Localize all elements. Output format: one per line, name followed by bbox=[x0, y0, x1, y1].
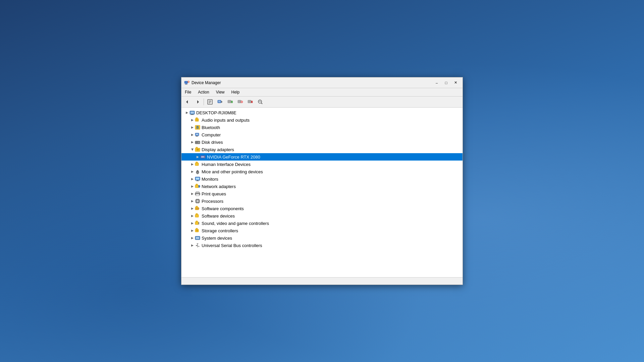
svg-rect-42 bbox=[196, 134, 198, 135]
tree-item-processors[interactable]: Processors bbox=[181, 197, 463, 205]
tree-item-network[interactable]: Network adapters bbox=[181, 183, 463, 190]
tree-item-print[interactable]: Print queues bbox=[181, 190, 463, 197]
print-icon bbox=[195, 191, 200, 196]
svg-rect-1 bbox=[185, 83, 187, 84]
tree-item-software-dev[interactable]: Software devices bbox=[181, 212, 463, 220]
statusbar bbox=[181, 277, 463, 285]
svg-marker-106 bbox=[191, 230, 194, 232]
svg-text:✓: ✓ bbox=[231, 101, 233, 103]
computer-icon-small bbox=[195, 132, 200, 137]
tree-item-usb[interactable]: Universal Serial Bus controllers bbox=[181, 242, 463, 249]
tree-item-sound[interactable]: Sound, video and game controllers bbox=[181, 220, 463, 227]
svg-marker-37 bbox=[191, 126, 194, 129]
maximize-button[interactable]: □ bbox=[442, 79, 450, 86]
software-comp-toggle[interactable] bbox=[190, 206, 195, 211]
menu-file[interactable]: File bbox=[181, 89, 195, 96]
svg-rect-100 bbox=[195, 215, 199, 217]
tree-item-monitors[interactable]: Monitors bbox=[181, 175, 463, 183]
menu-view[interactable]: View bbox=[213, 89, 228, 96]
storage-toggle[interactable] bbox=[190, 228, 195, 233]
display-toggle[interactable] bbox=[190, 147, 195, 152]
svg-rect-75 bbox=[199, 185, 200, 187]
svg-rect-15 bbox=[218, 102, 220, 103]
tree-item-gpu[interactable]: NVIDIA GeForce RTX 2080 bbox=[181, 153, 463, 161]
window-icon bbox=[184, 80, 190, 85]
print-label: Print queues bbox=[202, 191, 226, 196]
display-icon bbox=[195, 147, 200, 152]
disable-button[interactable] bbox=[235, 98, 245, 106]
title-bar: Device Manager – □ ✕ bbox=[181, 77, 463, 88]
usb-toggle[interactable] bbox=[190, 243, 195, 248]
svg-marker-80 bbox=[191, 200, 194, 202]
computer-toggle[interactable] bbox=[190, 132, 195, 137]
tree-item-disk[interactable]: Disk drives bbox=[181, 138, 463, 146]
sound-icon bbox=[195, 221, 200, 226]
tree-item-storage[interactable]: Storage controllers bbox=[181, 227, 463, 234]
gpu-toggle[interactable] bbox=[195, 154, 200, 160]
svg-rect-79 bbox=[196, 194, 199, 196]
tree-item-system[interactable]: System devices bbox=[181, 234, 463, 242]
disk-toggle[interactable] bbox=[190, 139, 195, 145]
svg-marker-40 bbox=[191, 134, 194, 136]
gpu-icon bbox=[200, 154, 206, 160]
mice-label: Mice and other pointing devices bbox=[202, 169, 263, 174]
tree-item-bluetooth[interactable]: B Bluetooth bbox=[181, 124, 463, 131]
device-manager-window: Device Manager – □ ✕ File Action View He… bbox=[181, 77, 463, 285]
svg-rect-69 bbox=[196, 178, 199, 180]
scan-button[interactable] bbox=[256, 98, 265, 106]
minimize-button[interactable]: – bbox=[432, 79, 441, 86]
svg-marker-113 bbox=[191, 244, 194, 247]
svg-rect-48 bbox=[196, 142, 198, 142]
processor-icon bbox=[195, 198, 200, 204]
software-dev-toggle[interactable] bbox=[190, 213, 195, 219]
back-button[interactable] bbox=[183, 98, 192, 106]
software-comp-label: Software components bbox=[202, 206, 244, 211]
svg-marker-50 bbox=[191, 148, 194, 151]
network-toggle[interactable] bbox=[190, 184, 195, 189]
system-icon bbox=[195, 235, 200, 241]
sound-label: Sound, video and game controllers bbox=[202, 221, 269, 226]
menu-action[interactable]: Action bbox=[195, 89, 212, 96]
hid-toggle[interactable] bbox=[190, 162, 195, 167]
tree-item-audio[interactable]: Audio inputs and outputs bbox=[181, 116, 463, 124]
svg-marker-76 bbox=[191, 193, 194, 195]
usb-icon bbox=[195, 243, 200, 248]
root-toggle[interactable] bbox=[184, 110, 190, 115]
system-toggle[interactable] bbox=[190, 235, 195, 241]
update-driver-button[interactable] bbox=[215, 98, 225, 106]
svg-marker-99 bbox=[191, 215, 194, 217]
mice-toggle[interactable] bbox=[190, 169, 195, 174]
software-dev-label: Software devices bbox=[202, 214, 235, 219]
tree-root[interactable]: DESKTOP-RJI0M8E bbox=[181, 109, 463, 116]
hid-label: Human Interface Devices bbox=[202, 162, 251, 167]
enable-button[interactable]: ✓ bbox=[225, 98, 235, 106]
title-bar-controls: – □ ✕ bbox=[432, 79, 460, 86]
bluetooth-toggle[interactable] bbox=[190, 125, 195, 130]
tree-item-display[interactable]: Display adapters bbox=[181, 146, 463, 153]
tree-item-mice[interactable]: Mice and other pointing devices bbox=[181, 168, 463, 175]
audio-toggle[interactable] bbox=[190, 117, 195, 123]
storage-icon bbox=[195, 228, 200, 233]
tree-item-computer[interactable]: Computer bbox=[181, 131, 463, 138]
forward-button[interactable] bbox=[193, 98, 202, 106]
svg-rect-71 bbox=[196, 181, 199, 181]
monitors-toggle[interactable] bbox=[190, 176, 195, 182]
bluetooth-icon: B bbox=[195, 125, 200, 130]
svg-rect-36 bbox=[197, 119, 198, 121]
svg-marker-110 bbox=[191, 237, 194, 239]
svg-rect-2 bbox=[185, 84, 187, 85]
svg-marker-63 bbox=[191, 171, 194, 173]
uninstall-button[interactable] bbox=[246, 98, 255, 106]
processors-toggle[interactable] bbox=[190, 198, 195, 204]
svg-rect-23 bbox=[248, 100, 251, 103]
print-toggle[interactable] bbox=[190, 191, 195, 196]
tree-item-hid[interactable]: Human Interface Devices bbox=[181, 161, 463, 168]
sound-toggle[interactable] bbox=[190, 221, 195, 226]
close-button[interactable]: ✕ bbox=[451, 79, 460, 86]
svg-rect-61 bbox=[195, 163, 199, 166]
menu-help[interactable]: Help bbox=[228, 89, 243, 96]
tree-item-software-comp[interactable]: SW Software components bbox=[181, 205, 463, 212]
gpu-label: NVIDIA GeForce RTX 2080 bbox=[207, 155, 260, 160]
properties-button[interactable] bbox=[205, 98, 215, 106]
usb-label: Universal Serial Bus controllers bbox=[202, 243, 262, 248]
